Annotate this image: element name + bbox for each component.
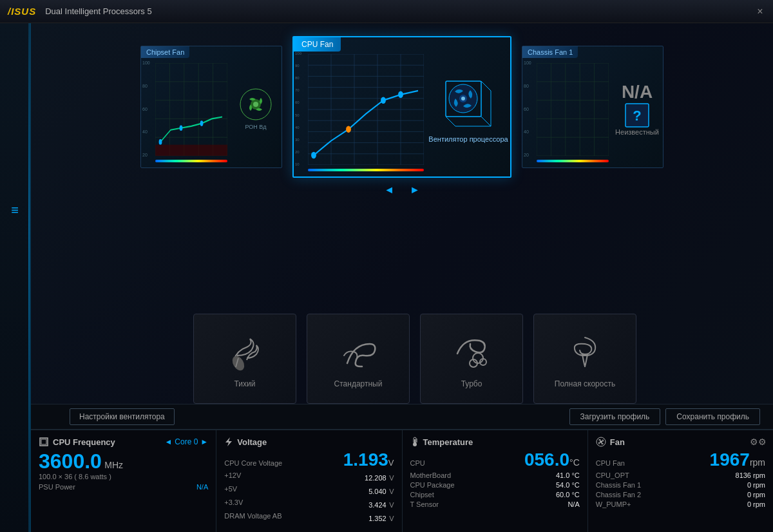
chipset-fan-icon-area: РОН Вд	[230, 61, 282, 167]
chassis-color-bar	[537, 160, 609, 162]
cpu-freq-header: CPU Frequency ◄ Core 0 ►	[39, 437, 208, 447]
fan-stat-title: Fan	[610, 437, 625, 447]
v33-label: +3.3V	[224, 499, 243, 510]
voltage-rows: +12V 12.208 V +5V 5.040 V +3.3V 3.424 V …	[224, 471, 394, 524]
cpu-temp-value-row: 056.0°C	[524, 451, 580, 469]
chipset-temp-label: Chipset	[410, 491, 434, 499]
cpu-fan-stat-unit: rpm	[750, 457, 765, 468]
cpu-fan-card[interactable]: CPU Fan 100908070605040302010	[292, 36, 511, 178]
chassis-question-icon: ?	[624, 102, 650, 128]
svg-rect-68	[41, 439, 46, 444]
chassis-fan-1-title: Chassis Fan 1	[522, 46, 578, 58]
svg-point-14	[200, 120, 204, 126]
chipset-fan-title: Chipset Fan	[141, 46, 189, 58]
chassis1-fan-value: 0 rpm	[747, 481, 765, 489]
v12-unit: V	[389, 474, 394, 482]
fullspeed-label: Полная скорость	[555, 379, 615, 388]
cpu-fan-russian-label: Вентилятор процессора	[428, 135, 508, 143]
voltage-title: Voltage	[237, 437, 267, 447]
menu-icon[interactable]: ≡	[11, 204, 19, 216]
temp-title: Temperature	[423, 437, 473, 447]
load-profile-button[interactable]: Загрузить профиль	[569, 408, 661, 425]
cpu-freq-title: CPU Frequency	[53, 437, 115, 447]
cpu-core-voltage-row: CPU Core Voltage 1.193V	[224, 451, 394, 469]
core-next-button[interactable]: ►	[200, 437, 208, 446]
chassis-fan-icon-area: N/A ? Неизвестный	[611, 61, 663, 167]
fullspeed-mode-button[interactable]: Полная скорость	[533, 314, 636, 404]
v5-label: +5V	[224, 485, 237, 497]
silent-icon	[222, 329, 267, 374]
chipset-temp-row: Chipset 60.0 °C	[410, 491, 580, 499]
mb-temp-label: MotherBoard	[410, 471, 452, 479]
temperature-panel: Temperature CPU 056.0°C MotherBoard 41.0…	[403, 430, 588, 532]
v5-value: 5.040	[368, 488, 386, 495]
pkg-temp-label: CPU Package	[410, 481, 455, 489]
fan-stat-icon	[596, 437, 606, 447]
core-voltage-value-row: 1.193V	[343, 451, 394, 469]
cpu-chart-svg	[308, 54, 424, 165]
svg-line-44	[446, 117, 455, 126]
chipset-temp-value: 60.0 °C	[556, 491, 580, 499]
temp-icon	[410, 437, 419, 447]
core-prev-button[interactable]: ◄	[164, 437, 172, 446]
standard-mode-button[interactable]: Стандартный	[307, 314, 410, 404]
v12-value: 12.208	[365, 474, 386, 482]
wpump-fan-value: 0 rpm	[747, 500, 765, 508]
svg-line-41	[481, 81, 491, 91]
cpu-frequency-panel: CPU Frequency ◄ Core 0 ► 3600.0 MHz 100.…	[31, 430, 216, 532]
standard-label: Стандартный	[334, 379, 383, 388]
turbo-mode-button[interactable]: Турбо	[420, 314, 523, 404]
chassis-y-axis: 10080604020	[524, 61, 531, 157]
core-voltage-label: CPU Core Voltage	[224, 459, 282, 467]
core-voltage-unit: V	[388, 458, 394, 468]
v5-unit: V	[389, 488, 394, 495]
chassis2-fan-value: 0 rpm	[747, 491, 765, 499]
cpu-fan-icon-area: Вентилятор процессора	[426, 52, 510, 176]
chassis-fan-1-card[interactable]: Chassis Fan 1 10080604020	[522, 46, 663, 168]
nav-next[interactable]: ►	[406, 183, 424, 197]
cpu-fan-title: CPU Fan	[294, 37, 341, 52]
core-label: Core 0	[175, 437, 198, 446]
svg-line-43	[481, 117, 491, 126]
chipset-fan-card[interactable]: Chipset Fan 10080604020	[140, 46, 282, 168]
right-buttons: Загрузить профиль Сохранить профиль	[569, 408, 760, 425]
nav-prev[interactable]: ◄	[380, 183, 398, 197]
title-bar: /ISUS Dual Intelligent Processors 5 ×	[0, 0, 773, 23]
dram-value-row: 1.352 V	[368, 512, 394, 524]
cpu-color-bar	[308, 169, 424, 171]
app-title: Dual Intelligent Processors 5	[45, 6, 151, 16]
asus-logo: /ISUS	[8, 6, 36, 17]
dram-label: DRAM Voltage AB	[224, 512, 282, 524]
voltage-row-dram: DRAM Voltage AB 1.352 V	[224, 512, 394, 524]
main-container: ≡ Chipset Fan 10080604020	[0, 23, 773, 532]
cpu-freq-sub: 100.0 × 36 ( 8.6 watts )	[39, 473, 208, 480]
voltage-row-12v: +12V 12.208 V	[224, 471, 394, 483]
dram-value: 1.352	[368, 515, 386, 522]
svg-rect-15	[155, 145, 227, 156]
v33-value: 3.424	[368, 501, 386, 509]
psu-label: PSU Power	[39, 483, 75, 491]
chassis-chart-svg	[537, 63, 609, 156]
v12-label: +12V	[224, 471, 241, 483]
save-profile-button[interactable]: Сохранить профиль	[665, 408, 760, 425]
cpu-fan-stat-value: 1967	[710, 450, 750, 470]
logo-area: /ISUS Dual Intelligent Processors 5	[8, 6, 152, 17]
silent-mode-button[interactable]: Тихий	[193, 314, 296, 404]
mode-buttons-row: Тихий Стандартный	[193, 314, 636, 404]
cpu-fan-main-row: CPU Fan 1967rpm	[596, 451, 765, 469]
cpu-freq-nav: ◄ Core 0 ►	[164, 437, 208, 446]
svg-point-18	[253, 102, 258, 107]
chassis-unknown-label: Неизвестный	[615, 128, 659, 136]
tsensor-temp-label: T Sensor	[410, 500, 439, 508]
v5-value-row: 5.040 V	[368, 485, 394, 497]
svg-point-36	[311, 152, 316, 158]
close-button[interactable]: ×	[754, 6, 767, 17]
standard-icon	[336, 329, 381, 374]
cpu-icon	[39, 437, 49, 447]
wpump-fan-row: W_PUMP+ 0 rpm	[596, 500, 765, 508]
cpu-y-axis: 100908070605040302010	[295, 52, 301, 166]
gear-icon[interactable]: ⚙⚙	[750, 437, 767, 447]
svg-point-76	[600, 441, 602, 443]
fan-settings-button[interactable]: Настройки вентилятора	[70, 408, 175, 425]
fullspeed-icon	[562, 329, 607, 374]
